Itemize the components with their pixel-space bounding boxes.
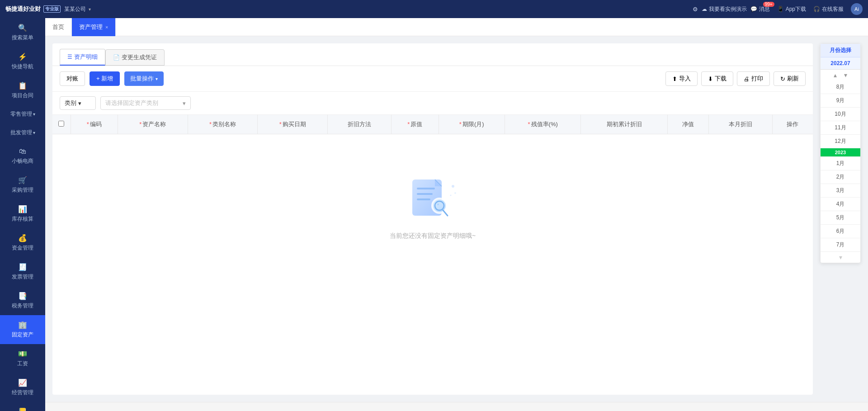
chevron-down-icon[interactable]: ▾ (89, 7, 91, 12)
sidebar-item-ecommerce[interactable]: 🛍 小畅电商 (0, 142, 45, 170)
avatar-initials: Ai (854, 6, 859, 12)
ledger-icon: 📒 (18, 407, 27, 411)
month-item-1[interactable]: 1月 (821, 157, 860, 170)
sidebar-item-search-menu[interactable]: 🔍 搜索菜单 (0, 18, 45, 47)
filter-row: 类别 ▾ 请选择固定资产类别 ▾ (52, 92, 813, 115)
inventory-icon: 📊 (18, 205, 27, 213)
chevron-down-icon: ▾ (33, 112, 35, 117)
tab-asset-mgmt[interactable]: 资产管理 × (72, 18, 116, 36)
sidebar-item-label: 搜索菜单 (12, 34, 33, 42)
page-content: ☰ 资产明细 📄 变更生成凭证 对账 + 新增 (45, 36, 868, 402)
svg-rect-2 (417, 193, 433, 195)
sidebar-item-quick-nav[interactable]: ⚡ 快捷导航 (0, 47, 45, 76)
category-input[interactable]: 请选择固定资产类别 ▾ (100, 96, 191, 110)
month-item-3[interactable]: 3月 (821, 184, 860, 198)
svg-point-9 (452, 185, 454, 188)
sidebar-item-label: 小畅电商 (12, 157, 33, 165)
operation-column-header: 操作 (772, 115, 813, 134)
sidebar: 🔍 搜索菜单 ⚡ 快捷导航 📋 项目合同 零售管理 ▾ 批发管理 ▾ 🛍 小畅电… (0, 18, 45, 411)
month-prev-button-bottom[interactable]: ▾ (839, 254, 842, 261)
sidebar-item-tax[interactable]: 📑 税务管理 (0, 286, 45, 315)
assets-table: *编码 *资产名称 *类别名称 *购买日期 (52, 115, 813, 134)
month-item-2[interactable]: 2月 (821, 170, 860, 184)
tab-home[interactable]: 首页 (45, 18, 72, 36)
online-service-label: 在线客服 (822, 5, 844, 13)
sidebar-item-fixed-assets[interactable]: 🏢 固定资产 (0, 315, 45, 344)
sub-tab-change-voucher[interactable]: 📄 变更生成凭证 (105, 49, 165, 66)
category-column-header: *类别名称 (188, 115, 258, 134)
month-selected-display[interactable]: 2022.07 (821, 57, 860, 70)
sub-tab-asset-detail[interactable]: ☰ 资产明细 (60, 49, 105, 66)
tab-asset-mgmt-label: 资产管理 (79, 23, 103, 31)
print-button[interactable]: 🖨 打印 (737, 71, 770, 86)
avatar[interactable]: Ai (851, 3, 863, 15)
batch-button[interactable]: 批量操作 ▾ (124, 71, 164, 86)
category-filter[interactable]: 类别 ▾ (60, 96, 96, 110)
demo-button[interactable]: ☁ 我要看实例演示 (702, 5, 747, 13)
month-bottom-nav: ▾ (821, 252, 860, 263)
sub-tabs: ☰ 资产明细 📄 变更生成凭证 (52, 43, 813, 66)
bottom-bar (45, 402, 868, 411)
sidebar-item-inventory[interactable]: 📊 库存核算 (0, 199, 45, 228)
month-item-9[interactable]: 9月 (821, 94, 860, 108)
table-container: *编码 *资产名称 *类别名称 *购买日期 (52, 115, 813, 395)
sidebar-item-purchase[interactable]: 🛒 采购管理 (0, 170, 45, 199)
reconcile-button[interactable]: 对账 (60, 71, 85, 86)
sidebar-item-general-ledger[interactable]: 📒 总账管理 (0, 402, 45, 411)
original-value-column-header: *原值 (392, 115, 439, 134)
svg-point-8 (437, 203, 439, 205)
month-item-11[interactable]: 11月 (821, 121, 860, 135)
top-bar: 畅捷通好业财 专业版 某某公司 ▾ ⚙ ☁ 我要看实例演示 💬 消息 99+ 📱… (0, 0, 868, 18)
month-item-7[interactable]: 7月 (821, 238, 860, 252)
tab-close-icon[interactable]: × (105, 24, 108, 30)
month-item-6[interactable]: 6月 (821, 225, 860, 238)
empty-state: 当前您还没有固定资产明细哦~ (52, 134, 813, 276)
cart-icon: 🛒 (18, 176, 27, 184)
settings-icon[interactable]: ⚙ (693, 6, 698, 13)
import-button[interactable]: ⬆ 导入 (665, 71, 698, 86)
sub-tab-label: 变更生成凭证 (122, 53, 157, 61)
sidebar-item-capital[interactable]: 💰 资金管理 (0, 228, 45, 257)
empty-text: 当前您还没有固定资产明细哦~ (390, 232, 476, 240)
refresh-label: 刷新 (787, 75, 799, 83)
reconcile-label: 对账 (66, 75, 78, 83)
sidebar-item-label: 税务管理 (12, 302, 33, 310)
tab-home-label: 首页 (52, 23, 64, 31)
sidebar-item-label: 工资 (17, 360, 28, 368)
app-download-button[interactable]: 📱 App下载 (777, 5, 806, 13)
month-item-8[interactable]: 8月 (821, 80, 860, 94)
month-item-5[interactable]: 5月 (821, 211, 860, 225)
company-name: 某某公司 (64, 5, 86, 13)
month-item-12[interactable]: 12月 (821, 135, 860, 148)
chat-icon: 💬 (750, 6, 757, 12)
refresh-button[interactable]: ↻ 刷新 (774, 71, 806, 86)
sidebar-item-project-contract[interactable]: 📋 项目合同 (0, 76, 45, 105)
online-service-button[interactable]: 🎧 在线客服 (813, 5, 844, 13)
messages-badge: 99+ (763, 2, 774, 7)
app-download-label: App下载 (786, 5, 806, 13)
sidebar-item-label: 项目合同 (12, 92, 33, 99)
month-item-4[interactable]: 4月 (821, 198, 860, 211)
salary-icon: 💵 (18, 350, 27, 358)
select-all-checkbox[interactable] (58, 121, 64, 127)
chevron-down-icon: ▾ (183, 100, 186, 107)
svg-point-10 (454, 192, 456, 194)
company-selector[interactable]: 某某公司 ▾ (64, 5, 689, 13)
download-button[interactable]: ⬇ 下载 (701, 71, 733, 86)
sidebar-item-payroll[interactable]: 💵 工资 (0, 344, 45, 373)
lightning-icon: ⚡ (18, 52, 27, 61)
sidebar-item-wholesale[interactable]: 批发管理 ▾ (0, 123, 45, 142)
month-next-button[interactable]: ▾ (844, 71, 847, 79)
sidebar-item-ops[interactable]: 📈 经营管理 (0, 373, 45, 402)
pro-badge: 专业版 (43, 5, 61, 13)
add-button[interactable]: + 新增 (90, 71, 120, 86)
invoice-icon: 🧾 (18, 263, 27, 271)
sidebar-item-label: 经营管理 (12, 389, 33, 397)
month-item-10[interactable]: 10月 (821, 108, 860, 121)
messages-button[interactable]: 💬 消息 99+ (750, 5, 770, 13)
headset-icon: 🎧 (813, 6, 820, 12)
sidebar-item-invoice[interactable]: 🧾 发票管理 (0, 257, 45, 286)
sidebar-item-label: 零售管理 (10, 110, 32, 118)
sidebar-item-retail[interactable]: 零售管理 ▾ (0, 105, 45, 123)
month-prev-button[interactable]: ▴ (834, 71, 837, 79)
